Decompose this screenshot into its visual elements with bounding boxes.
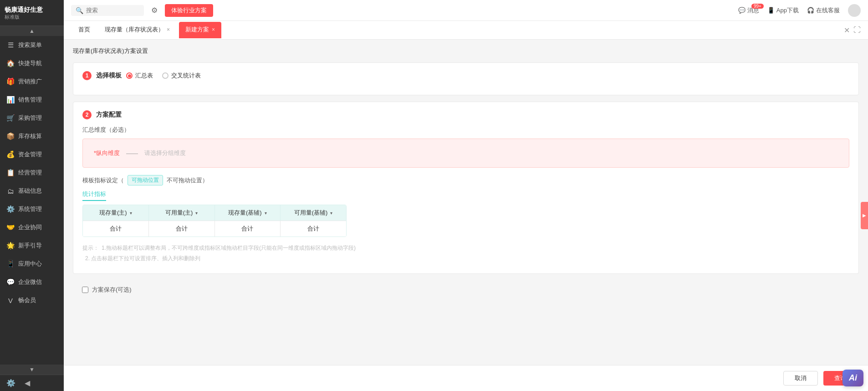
chevron-down-icon-3[interactable]: ▾ <box>330 211 332 216</box>
bottom-actions: 取消 查询 <box>64 365 868 391</box>
sidebar-item-purchase[interactable]: 🛒 采购管理 <box>0 109 64 127</box>
stat-col-0[interactable]: 现存量(主) ▾ <box>83 205 149 221</box>
sidebar-item-app-center[interactable]: 📱 应用中心 <box>0 255 64 273</box>
sidebar-scroll-up[interactable]: ▲ <box>0 26 64 36</box>
sidebar-item-label: 采购管理 <box>18 114 42 122</box>
section2-title: 方案配置 <box>96 111 122 119</box>
sidebar-item-wechat[interactable]: 💬 企业微信 <box>0 273 64 291</box>
sidebar-item-operation[interactable]: 📋 经营管理 <box>0 164 64 182</box>
sidebar-item-inventory[interactable]: 📦 库存核算 <box>0 127 64 145</box>
ai-badge[interactable]: Ai <box>842 370 863 386</box>
radio-cross[interactable]: 交叉统计表 <box>162 72 201 80</box>
tip-line-2: 2. 点击标题栏下拉可设置排序、插入列和删除列 <box>82 255 849 262</box>
sidebar-item-label: 系统管理 <box>18 205 42 213</box>
app-center-icon: 📱 <box>6 260 15 268</box>
purchase-icon: 🛒 <box>6 114 15 122</box>
stat-table-row-0: 合计 合计 合计 合计 <box>83 221 346 237</box>
tab-new-scheme[interactable]: 新建方案 × <box>179 22 221 38</box>
stat-col-1[interactable]: 可用量(主) ▾ <box>149 205 215 221</box>
section-template-header: 1 选择模板 汇总表 交叉统计表 <box>82 71 849 80</box>
tabs-bar: 首页 现存量（库存状况表） × 新建方案 × ✕ ⛶ <box>64 21 868 40</box>
basic-info-icon: 🗂 <box>6 187 15 195</box>
notification-btn[interactable]: 💬 消息 99+ <box>738 6 759 15</box>
main-content: 🔍 ⚙ 体验行业方案 💬 消息 99+ 📱 App下载 🎧 在线客服 首页 <box>64 0 868 391</box>
finance-icon: 💰 <box>6 150 15 159</box>
app-version: 标准版 <box>5 14 59 20</box>
trial-button[interactable]: 体验行业方案 <box>165 4 213 17</box>
tip-line-1: 提示： 1.拖动标题栏可以调整布局，不可跨维度或指标区域拖动栏目字段(只能在同一… <box>82 244 849 252</box>
sales-icon: 📊 <box>6 96 15 104</box>
right-panel-toggle[interactable]: ▶ <box>861 202 868 229</box>
chevron-down-icon-0[interactable]: ▾ <box>130 211 132 216</box>
search-box[interactable]: 🔍 <box>71 5 144 16</box>
tab-new-scheme-close[interactable]: × <box>212 26 215 33</box>
radio-summary[interactable]: 汇总表 <box>126 72 153 80</box>
chevron-down-icon-1[interactable]: ▾ <box>195 211 198 216</box>
sidebar-item-membership[interactable]: V 畅会员 <box>0 291 64 309</box>
save-checkbox-input[interactable] <box>82 287 88 293</box>
app-logo: 畅康通好生意 标准版 <box>0 0 64 26</box>
sidebar-item-system[interactable]: ⚙️ 系统管理 <box>0 200 64 218</box>
expand-btn[interactable]: ⛶ <box>853 26 861 35</box>
stat-col-3[interactable]: 可用量(基辅) ▾ <box>281 205 346 221</box>
tab-inventory-close[interactable]: × <box>167 26 170 33</box>
sidebar-item-quick-nav[interactable]: 🏠 快捷导航 <box>0 54 64 72</box>
sidebar-item-label: 应用中心 <box>18 260 42 268</box>
sidebar-item-label: 新手引导 <box>18 242 42 250</box>
section1-num: 1 <box>82 71 92 80</box>
tab-new-scheme-label: 新建方案 <box>185 26 209 34</box>
stat-col-3-label: 可用量(基辅) <box>294 209 328 217</box>
sidebar-item-basic-info[interactable]: 🗂 基础信息 <box>0 182 64 200</box>
sidebar-item-newbie[interactable]: 🌟 新手引导 <box>0 237 64 255</box>
section-config: 2 方案配置 汇总维度（必选） *纵向维度 —— 请选择分组维度 模板指标设定（… <box>73 102 859 274</box>
operation-icon: 📋 <box>6 169 15 177</box>
topbar-right: 💬 消息 99+ 📱 App下载 🎧 在线客服 <box>738 4 861 17</box>
sidebar-item-marketing[interactable]: 🎁 营销推广 <box>0 72 64 91</box>
sidebar-item-finance[interactable]: 💰 资金管理 <box>0 145 64 164</box>
stat-section-title: 统计指标 <box>82 190 106 201</box>
search-input[interactable] <box>86 7 136 14</box>
page-title: 现存量(库存状况表)方案设置 <box>73 47 859 55</box>
stat-col-1-label: 可用量(主) <box>165 209 193 217</box>
save-checkbox-text: 方案保存(可选) <box>92 286 132 294</box>
stat-col-2[interactable]: 现存量(基辅) ▾ <box>215 205 281 221</box>
radio-summary-circle <box>126 72 133 79</box>
system-icon: ⚙️ <box>6 205 15 213</box>
indicator-label: 模板指标设定（ 可拖动位置 不可拖动位置） <box>82 175 849 185</box>
sidebar-item-label: 企业微信 <box>18 278 42 286</box>
sidebar-item-label: 快捷导航 <box>18 59 42 67</box>
dim-placeholder[interactable]: 请选择分组维度 <box>144 149 186 157</box>
sidebar-item-label: 资金管理 <box>18 150 42 159</box>
section-template: 1 选择模板 汇总表 交叉统计表 <box>73 62 859 95</box>
gift-icon: 🎁 <box>6 77 15 86</box>
search-icon: 🔍 <box>76 7 83 14</box>
collapse-icon[interactable]: ◀ <box>25 379 30 387</box>
sidebar-item-cooperation[interactable]: 🤝 企业协同 <box>0 218 64 237</box>
sidebar-nav: ☰ 搜索菜单 🏠 快捷导航 🎁 营销推广 📊 销售管理 🛒 采购管理 📦 库存核… <box>0 36 64 365</box>
dim-required: *纵向维度 <box>94 149 120 157</box>
indicator-label-text2: 不可拖动位置） <box>167 176 208 185</box>
dim-label: 汇总维度（必选） <box>82 126 849 134</box>
sidebar-item-sales[interactable]: 📊 销售管理 <box>0 91 64 109</box>
gear-icon[interactable]: ⚙ <box>151 6 158 15</box>
app-download-btn[interactable]: 📱 App下载 <box>767 6 799 15</box>
close-btn[interactable]: ✕ <box>844 26 850 35</box>
cancel-button[interactable]: 取消 <box>783 371 818 386</box>
sidebar-item-search-menu[interactable]: ☰ 搜索菜单 <box>0 36 64 54</box>
topbar: 🔍 ⚙ 体验行业方案 💬 消息 99+ 📱 App下载 🎧 在线客服 <box>64 0 868 21</box>
chevron-down-icon-2[interactable]: ▾ <box>265 211 267 216</box>
stat-col-2-label: 现存量(基辅) <box>228 209 262 217</box>
sidebar-scroll-down[interactable]: ▼ <box>0 365 64 375</box>
online-service-btn[interactable]: 🎧 在线客服 <box>807 6 840 15</box>
avatar[interactable] <box>848 4 861 17</box>
sidebar-item-label: 畅会员 <box>18 296 36 304</box>
message-icon: 💬 <box>738 7 745 14</box>
settings-icon[interactable]: ⚙️ <box>6 379 15 387</box>
page-body: 现存量(库存状况表)方案设置 1 选择模板 汇总表 交叉统计表 <box>64 40 868 391</box>
tab-home[interactable]: 首页 <box>71 21 97 39</box>
sidebar-item-label: 经营管理 <box>18 169 42 177</box>
save-checkbox-label[interactable]: 方案保存(可选) <box>82 286 850 294</box>
section1-title: 选择模板 <box>96 72 122 80</box>
tab-expand-btns: ✕ ⛶ <box>844 26 861 35</box>
tab-inventory-status[interactable]: 现存量（库存状况表） × <box>97 21 177 39</box>
